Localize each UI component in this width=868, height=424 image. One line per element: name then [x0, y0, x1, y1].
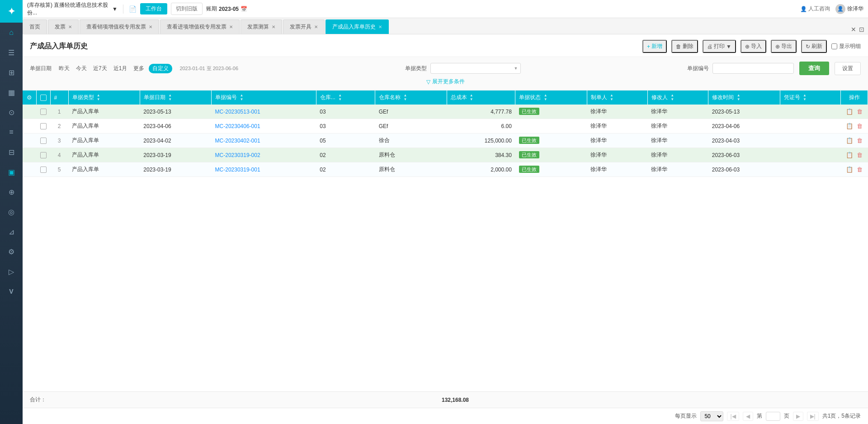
date-shortcut-yesterday[interactable]: 昨天: [57, 64, 71, 73]
col-type-header[interactable]: 单据类型 ▲▼: [68, 91, 140, 105]
first-page-button[interactable]: |◀: [727, 412, 739, 421]
col-warehouse-code-header[interactable]: 仓库... ▲▼: [316, 91, 375, 105]
number-link-2[interactable]: MC-20230402-001: [215, 138, 260, 144]
col-settings-header[interactable]: ⚙: [23, 91, 36, 105]
calendar-icon[interactable]: 📅: [241, 6, 247, 12]
tab-home[interactable]: 首页: [23, 19, 47, 34]
sidebar-item-circle[interactable]: ◎: [2, 203, 20, 221]
cell-checkbox-4[interactable]: [36, 162, 50, 177]
number-link-1[interactable]: MC-20230406-001: [215, 123, 260, 129]
col-date-header[interactable]: 单据日期 ▲▼: [140, 91, 211, 105]
select-all-checkbox[interactable]: [40, 95, 47, 101]
tab-close-all-icon[interactable]: ✕: [851, 26, 856, 33]
sidebar-item-inventory[interactable]: ▣: [2, 163, 20, 181]
cell-checkbox-3[interactable]: [36, 148, 50, 162]
tab-product-receipt-close[interactable]: ✕: [378, 24, 382, 29]
delete-row-button-0[interactable]: 🗑: [856, 107, 863, 116]
tab-expand-icon[interactable]: ⊡: [859, 26, 864, 33]
sidebar-item-chart[interactable]: ⊞: [2, 63, 20, 81]
col-status-header[interactable]: 单据状态 ▲▼: [515, 91, 587, 105]
tab-invoice-issue[interactable]: 发票开具 ✕: [283, 19, 325, 34]
col-checkbox-header[interactable]: [36, 91, 50, 105]
tab-invoice-issue-close[interactable]: ✕: [314, 24, 318, 29]
user-menu[interactable]: 👤 徐泽华: [835, 4, 863, 14]
last-page-button[interactable]: ▶|: [807, 412, 819, 421]
sidebar-item-home[interactable]: ⌂: [2, 24, 20, 42]
tab-check-sale-vat[interactable]: 查看销项增值税专用发票 ✕: [80, 19, 159, 34]
edit-button-4[interactable]: 📋: [845, 165, 854, 174]
sidebar-item-lock[interactable]: ⊙: [2, 103, 20, 121]
export-button[interactable]: ⊕ 导出: [771, 40, 797, 53]
col-modify-time-header[interactable]: 修改时间 ▲▼: [708, 91, 780, 105]
sidebar-item-analytics[interactable]: ▦: [2, 83, 20, 101]
number-link-4[interactable]: MC-20230319-001: [215, 167, 260, 173]
cell-checkbox-0[interactable]: [36, 105, 50, 119]
edit-button-1[interactable]: 📋: [845, 122, 854, 130]
cell-number-3[interactable]: MC-20230319-002: [212, 148, 316, 162]
row-checkbox-2[interactable]: [40, 138, 47, 144]
delete-row-button-4[interactable]: 🗑: [856, 165, 863, 174]
date-shortcut-7days[interactable]: 近7天: [91, 64, 109, 73]
tab-check-purchase-vat-close[interactable]: ✕: [229, 24, 233, 29]
col-warehouse-name-header[interactable]: 仓库名称 ▲▼: [375, 91, 447, 105]
switch-version-button[interactable]: 切到旧版: [171, 3, 203, 15]
import-button[interactable]: ⊕ 导入: [741, 40, 766, 53]
query-button[interactable]: 查询: [799, 62, 829, 75]
print-button[interactable]: 🖨 打印 ▼: [703, 40, 736, 53]
tab-product-receipt[interactable]: 产成品入库单历史 ✕: [326, 19, 389, 34]
type-select[interactable]: [430, 63, 521, 74]
edit-button-3[interactable]: 📋: [845, 151, 854, 159]
row-checkbox-0[interactable]: [40, 109, 47, 115]
sidebar-item-version[interactable]: V: [2, 282, 20, 300]
sidebar-item-calendar[interactable]: ⊟: [2, 143, 20, 161]
expand-more[interactable]: ▽ 展开更多条件: [30, 78, 861, 86]
number-link-0[interactable]: MC-20230513-001: [215, 109, 260, 115]
row-checkbox-3[interactable]: [40, 152, 47, 158]
delete-row-button-2[interactable]: 🗑: [856, 136, 863, 145]
page-input[interactable]: 1: [766, 412, 780, 421]
tab-invoice-calc-close[interactable]: ✕: [272, 24, 275, 29]
date-shortcut-1month[interactable]: 近1月: [112, 64, 129, 73]
sidebar-item-play[interactable]: ▷: [2, 262, 20, 281]
prev-page-button[interactable]: ◀: [743, 412, 753, 421]
number-filter-input[interactable]: [712, 63, 794, 74]
delete-row-button-1[interactable]: 🗑: [856, 122, 863, 130]
cell-number-2[interactable]: MC-20230402-001: [212, 133, 316, 148]
delete-row-button-3[interactable]: 🗑: [856, 151, 863, 159]
sidebar-item-document[interactable]: ☰: [2, 43, 20, 62]
per-page-select[interactable]: 50 100 200: [700, 411, 723, 421]
help-button[interactable]: 👤 人工咨询: [800, 5, 830, 13]
cell-checkbox-2[interactable]: [36, 133, 50, 148]
delete-button[interactable]: 🗑 删除: [671, 40, 698, 53]
col-modifier-header[interactable]: 修改人 ▲▼: [647, 91, 708, 105]
cell-number-1[interactable]: MC-20230406-001: [212, 119, 316, 133]
col-voucher-header[interactable]: 凭证号 ▲▼: [780, 91, 840, 105]
edit-button-2[interactable]: 📋: [845, 136, 854, 145]
cell-number-4[interactable]: MC-20230319-001: [212, 162, 316, 177]
settings-gear-icon[interactable]: ⚙: [27, 94, 32, 101]
col-number-header[interactable]: 单据编号 ▲▼: [212, 91, 316, 105]
show-detail-checkbox[interactable]: [831, 43, 837, 49]
date-shortcut-custom[interactable]: 自定义: [149, 64, 172, 73]
workbench-button[interactable]: 工作台: [140, 3, 167, 14]
sidebar-item-gear[interactable]: ⚙: [2, 243, 20, 261]
cell-checkbox-1[interactable]: [36, 119, 50, 133]
col-total-cost-header[interactable]: 总成本 ▲▼: [447, 91, 515, 105]
edit-button-0[interactable]: 📋: [845, 107, 854, 116]
tab-invoice-close[interactable]: ✕: [68, 24, 72, 29]
date-shortcut-today[interactable]: 今天: [74, 64, 89, 73]
tab-invoice-calc[interactable]: 发票测算 ✕: [241, 19, 282, 34]
row-checkbox-4[interactable]: [40, 167, 47, 173]
number-link-3[interactable]: MC-20230319-002: [215, 152, 260, 158]
tab-invoice[interactable]: 发票 ✕: [48, 19, 79, 34]
settings-button[interactable]: 设置: [835, 62, 861, 75]
col-creator-header[interactable]: 制单人 ▲▼: [587, 91, 647, 105]
sidebar-item-person[interactable]: ⊕: [2, 183, 20, 201]
date-shortcut-more[interactable]: 更多: [132, 64, 146, 73]
tab-check-sale-vat-close[interactable]: ✕: [149, 24, 152, 29]
sidebar-item-receipt[interactable]: ≡: [2, 123, 20, 141]
tab-check-purchase-vat[interactable]: 查看进项增值税专用发票 ✕: [160, 19, 240, 34]
sidebar-item-download[interactable]: ⊿: [2, 223, 20, 241]
row-checkbox-1[interactable]: [40, 123, 47, 129]
next-page-button[interactable]: ▶: [793, 412, 803, 421]
